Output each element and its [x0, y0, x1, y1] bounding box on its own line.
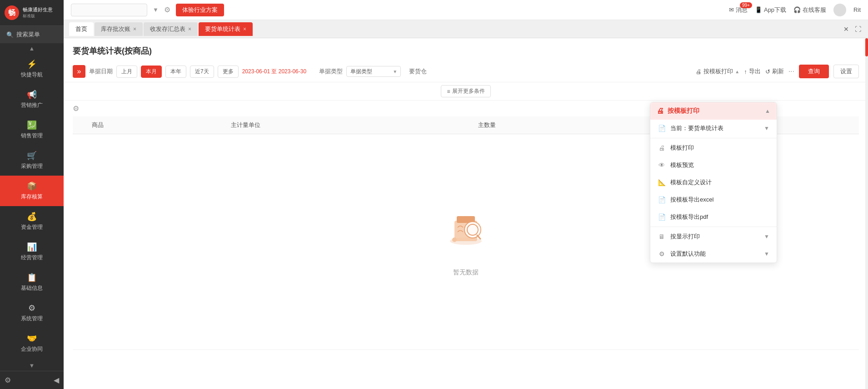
- display-print-arrow-icon[interactable]: ▼: [764, 233, 769, 240]
- display-print-item[interactable]: 🖥 按显示打印 ▼: [650, 228, 777, 245]
- app-logo: 畅 畅康通好生意 标准版: [0, 0, 64, 26]
- avatar[interactable]: [833, 4, 846, 16]
- sidebar-item-label: 营销推广: [21, 101, 43, 109]
- query-button[interactable]: 查询: [799, 65, 829, 78]
- service-label: 在线客服: [803, 6, 826, 14]
- sidebar-scroll-down[interactable]: ▼: [0, 360, 64, 371]
- expand-icon: ≡: [447, 88, 450, 95]
- date-7days-button[interactable]: 近7天: [190, 66, 214, 78]
- tab-inventory-batch[interactable]: 库存批次账 ×: [95, 22, 143, 36]
- sidebar-item-system[interactable]: ⚙ 系统管理: [0, 298, 64, 328]
- empty-state-icon: [443, 207, 489, 261]
- date-range-display: 2023-06-01 至 2023-06-30: [242, 68, 306, 76]
- template-custom-item[interactable]: 📐 模板自定义设计: [650, 174, 777, 191]
- sidebar-item-purchase[interactable]: 🛒 采购管理: [0, 145, 64, 176]
- date-cur-month-button[interactable]: 本月: [141, 66, 162, 78]
- template-icon: 📄: [658, 125, 666, 132]
- sidebar-nav: ⚡ 快捷导航 📢 营销推广 💹 销售管理 🛒 采购管理 📦 库存核算 💰 资金管…: [0, 54, 64, 360]
- display-print-left: 🖥 按显示打印: [658, 232, 700, 241]
- template-custom-label: 模板自定义设计: [670, 178, 712, 187]
- date-filter-label: 单据日期: [89, 67, 113, 76]
- message-badge: 99+: [740, 2, 752, 8]
- template-print-item[interactable]: 🖨 模板打印: [650, 139, 777, 157]
- print-button[interactable]: 🖨 按模板打印 ▲: [696, 67, 739, 76]
- print-arrow-icon: ▲: [735, 69, 739, 74]
- date-prev-month-button[interactable]: 上月: [116, 66, 137, 78]
- print-dropdown-panel: 🖨 按模板打印 ▲ 📄 当前：要货单统计表 ▼ 🖨 模板打印 👁 模板预览: [650, 102, 777, 263]
- empty-illustration: [443, 207, 489, 253]
- search-dropdown-icon[interactable]: ▼: [153, 6, 159, 13]
- sidebar-item-enterprise[interactable]: 🤝 企业协同: [0, 328, 64, 359]
- search-menu[interactable]: 🔍 搜索菜单: [0, 26, 64, 43]
- topbar: ▼ ⚙ 体验行业方案 ✉ 消息 99+ 📱 App下载 🎧 在线客服 Rit: [64, 0, 868, 20]
- filter-toggle-button[interactable]: »: [73, 65, 85, 78]
- type-select[interactable]: 单据类型: [346, 66, 401, 77]
- export-button[interactable]: ↑ 导出: [744, 67, 761, 76]
- close-window-icon[interactable]: ✕: [842, 25, 851, 34]
- sidebar-item-marketing[interactable]: 📢 营销推广: [0, 84, 64, 115]
- default-func-item[interactable]: ⚙ 设置默认功能 ▼: [650, 245, 777, 263]
- sidebar-item-operations[interactable]: 📊 经营管理: [0, 237, 64, 267]
- default-func-left: ⚙ 设置默认功能: [658, 250, 706, 258]
- message-button[interactable]: ✉ 消息 99+: [729, 6, 748, 14]
- tab-collect-summary[interactable]: 收发存汇总表 ×: [144, 22, 198, 36]
- settings-button[interactable]: 设置: [833, 65, 859, 78]
- table-settings-icon[interactable]: ⚙: [73, 104, 79, 113]
- tab-inventory-batch-close[interactable]: ×: [133, 26, 136, 32]
- refresh-button[interactable]: ↺ 刷新: [765, 67, 784, 76]
- default-func-arrow-icon[interactable]: ▼: [764, 251, 769, 257]
- default-func-label: 设置默认功能: [670, 250, 706, 258]
- sidebar-item-inventory[interactable]: 📦 库存核算: [0, 176, 64, 206]
- current-template-item[interactable]: 📄 当前：要货单统计表 ▼: [650, 120, 777, 137]
- sidebar-scroll-up[interactable]: ▲: [0, 43, 64, 54]
- sidebar-item-basic-info[interactable]: 📋 基础信息: [0, 267, 64, 298]
- cargo-filter-label: 要货仓: [409, 67, 427, 76]
- collapse-icon[interactable]: ◀: [54, 376, 59, 384]
- sidebar-item-quick-nav[interactable]: ⚡ 快捷导航: [0, 54, 64, 84]
- tab-home[interactable]: 首页: [69, 22, 94, 36]
- expand-label: 展开更多条件: [452, 87, 485, 95]
- date-more-button[interactable]: 更多: [218, 66, 239, 78]
- template-preview-item[interactable]: 👁 模板预览: [650, 157, 777, 174]
- settings-icon[interactable]: ⚙: [5, 376, 11, 384]
- current-template-arrow-icon[interactable]: ▼: [764, 125, 769, 131]
- print-dropdown-collapse-icon[interactable]: ▲: [765, 108, 770, 114]
- quick-nav-icon: ⚡: [27, 59, 37, 69]
- print-dropdown-title: 🖨 按模板打印: [657, 107, 699, 115]
- more-options-icon[interactable]: ···: [788, 67, 794, 76]
- expand-conditions-button[interactable]: ≡ 展开更多条件: [441, 85, 490, 97]
- window-controls: ✕ ⛶: [842, 25, 863, 34]
- topbar-gear-icon[interactable]: ⚙: [164, 5, 170, 14]
- topbar-search-input[interactable]: [71, 4, 147, 16]
- trial-button[interactable]: 体验行业方案: [176, 4, 224, 16]
- tab-home-label: 首页: [75, 25, 87, 33]
- table-header-product: 商品: [86, 116, 225, 134]
- sidebar-item-finance[interactable]: 💰 资金管理: [0, 206, 64, 237]
- username-label[interactable]: Rit: [853, 6, 861, 13]
- sidebar-item-label: 快捷导航: [21, 71, 43, 79]
- tab-collect-summary-close[interactable]: ×: [188, 26, 191, 32]
- enterprise-icon: 🤝: [27, 333, 37, 344]
- operations-icon: 📊: [27, 242, 37, 252]
- scrollbar-thumb[interactable]: [865, 38, 868, 56]
- sidebar-item-label: 资金管理: [21, 223, 43, 231]
- refresh-icon: ↺: [765, 68, 770, 75]
- sidebar-bottom: ⚙ ◀: [0, 371, 64, 389]
- template-excel-item[interactable]: 📄 按模板导出excel: [650, 191, 777, 208]
- svg-point-6: [452, 237, 457, 242]
- template-pdf-item[interactable]: 📄 按模板导出pdf: [650, 208, 777, 226]
- topbar-right: ✉ 消息 99+ 📱 App下载 🎧 在线客服 Rit: [729, 4, 861, 16]
- print-dropdown-header[interactable]: 🖨 按模板打印 ▲: [650, 102, 777, 120]
- online-service-button[interactable]: 🎧 在线客服: [793, 6, 826, 14]
- app-badge: 标准版: [23, 13, 53, 19]
- app-download-button[interactable]: 📱 App下载: [755, 6, 786, 14]
- tab-order-summary[interactable]: 要货单统计表 ×: [199, 22, 253, 36]
- sidebar-item-sales[interactable]: 💹 销售管理: [0, 115, 64, 145]
- expand-conditions-row: ≡ 展开更多条件: [64, 82, 868, 101]
- maximize-window-icon[interactable]: ⛶: [853, 25, 863, 34]
- action-buttons: 🖨 按模板打印 ▲ ↑ 导出 ↺ 刷新 ··· 查询 设置: [696, 65, 859, 78]
- content-action-row: » 单据日期 上月 本月 本年 近7天 更多 2023-06-01 至 2023…: [64, 61, 868, 82]
- tab-order-summary-close[interactable]: ×: [243, 26, 246, 32]
- default-func-icon: ⚙: [658, 250, 666, 258]
- date-cur-year-button[interactable]: 本年: [165, 66, 186, 78]
